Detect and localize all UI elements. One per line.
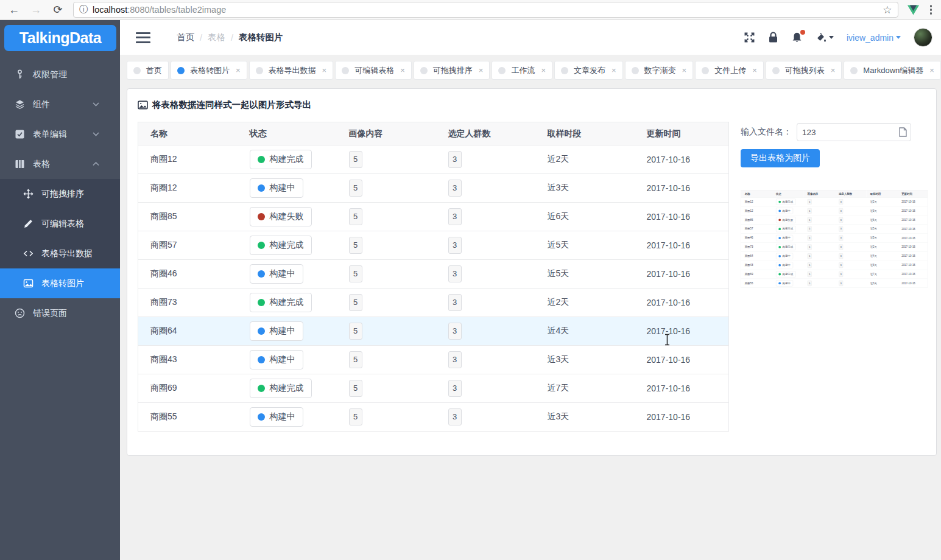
table-row[interactable]: 商圈12构建中53近3天2017-10-16 bbox=[741, 206, 928, 215]
page-tab[interactable]: 文章发布 × bbox=[554, 61, 623, 80]
status-button[interactable]: 构建完成 bbox=[776, 244, 795, 250]
table-row[interactable]: 商圈55构建中53近3天2017-10-16 bbox=[741, 279, 928, 288]
people-count-button[interactable]: 3 bbox=[839, 253, 843, 259]
sidebar-item-tables[interactable]: 表格 bbox=[0, 149, 120, 179]
portrait-count-button[interactable]: 5 bbox=[808, 217, 812, 223]
table-row[interactable]: 商圈57构建完成53近5天2017-10-16 bbox=[138, 231, 729, 260]
status-button[interactable]: 构建中 bbox=[250, 407, 303, 427]
app-logo[interactable]: TalkingData bbox=[4, 25, 116, 51]
browser-back-icon[interactable]: ← bbox=[7, 4, 21, 15]
sidebar-toggle-icon[interactable] bbox=[136, 32, 150, 43]
tab-close-icon[interactable]: × bbox=[322, 66, 327, 75]
table-row[interactable]: 商圈73构建完成53近2天2017-10-16 bbox=[741, 242, 928, 251]
portrait-count-button[interactable]: 5 bbox=[808, 262, 812, 268]
portrait-count-button[interactable]: 5 bbox=[349, 408, 362, 425]
sidebar-item-table-export[interactable]: 表格导出数据 bbox=[0, 239, 120, 268]
user-menu[interactable]: iview_admin bbox=[847, 33, 901, 43]
table-row[interactable]: 商圈55构建中53近3天2017-10-16 bbox=[138, 403, 729, 432]
people-count-button[interactable]: 3 bbox=[839, 244, 843, 250]
vue-devtools-icon[interactable] bbox=[907, 4, 920, 16]
table-row[interactable]: 商圈69构建完成53近7天2017-10-16 bbox=[741, 270, 928, 279]
portrait-count-button[interactable]: 5 bbox=[349, 180, 362, 197]
tab-close-icon[interactable]: × bbox=[611, 66, 616, 75]
portrait-count-button[interactable]: 5 bbox=[808, 226, 812, 232]
people-count-button[interactable]: 3 bbox=[839, 271, 843, 277]
tab-close-icon[interactable]: × bbox=[236, 66, 241, 75]
table-row[interactable]: 商圈46构建中53近5天2017-10-16 bbox=[741, 234, 928, 243]
status-button[interactable]: 构建完成 bbox=[250, 293, 312, 312]
tab-close-icon[interactable]: × bbox=[541, 66, 546, 75]
people-count-button[interactable]: 3 bbox=[448, 294, 462, 311]
table-row[interactable]: 商圈43构建中53近3天2017-10-16 bbox=[138, 346, 729, 374]
page-tab[interactable]: 表格转图片 × bbox=[171, 61, 247, 80]
sidebar-item-table2image[interactable]: 表格转图片 bbox=[0, 268, 120, 298]
export-table-button[interactable]: 导出表格为图片 bbox=[741, 149, 820, 167]
people-count-button[interactable]: 3 bbox=[448, 237, 462, 254]
table-row[interactable]: 商圈85构建失败53近6天2017-10-16 bbox=[741, 215, 928, 225]
page-tab[interactable]: 表格导出数据 × bbox=[249, 61, 334, 80]
sidebar-item-permissions[interactable]: 权限管理 bbox=[0, 60, 120, 89]
status-button[interactable]: 构建失败 bbox=[776, 217, 795, 223]
sidebar-item-drag-sort[interactable]: 可拖拽排序 bbox=[0, 179, 120, 209]
people-count-button[interactable]: 3 bbox=[448, 408, 462, 425]
portrait-count-button[interactable]: 5 bbox=[349, 265, 362, 282]
people-count-button[interactable]: 3 bbox=[448, 180, 462, 197]
page-tab[interactable]: 数字渐变 × bbox=[625, 61, 694, 80]
theme-icon[interactable] bbox=[816, 32, 834, 43]
browser-menu-icon[interactable] bbox=[928, 3, 934, 16]
status-button[interactable]: 构建完成 bbox=[776, 271, 795, 277]
table-row[interactable]: 商圈12构建中53近3天2017-10-16 bbox=[138, 174, 729, 203]
browser-forward-icon[interactable]: → bbox=[29, 4, 43, 15]
people-count-button[interactable]: 3 bbox=[839, 208, 843, 214]
people-count-button[interactable]: 3 bbox=[839, 226, 843, 232]
breadcrumb-tables[interactable]: 表格 bbox=[208, 32, 225, 43]
status-button[interactable]: 构建完成 bbox=[250, 236, 312, 255]
page-tab[interactable]: 可编辑表格 × bbox=[335, 61, 412, 80]
status-button[interactable]: 构建完成 bbox=[250, 379, 312, 398]
portrait-count-button[interactable]: 5 bbox=[808, 236, 812, 241]
status-button[interactable]: 构建完成 bbox=[776, 226, 795, 232]
portrait-count-button[interactable]: 5 bbox=[349, 323, 362, 340]
fullscreen-icon[interactable] bbox=[744, 32, 755, 43]
table-row[interactable]: 商圈73构建完成53近2天2017-10-16 bbox=[138, 289, 729, 317]
status-button[interactable]: 构建中 bbox=[776, 262, 793, 268]
bookmark-star-icon[interactable]: ☆ bbox=[883, 4, 892, 16]
bell-icon[interactable] bbox=[791, 32, 803, 43]
people-count-button[interactable]: 3 bbox=[839, 236, 843, 241]
status-button[interactable]: 构建完成 bbox=[776, 199, 795, 205]
status-button[interactable]: 构建中 bbox=[776, 253, 793, 259]
sidebar-item-editable-table[interactable]: 可编辑表格 bbox=[0, 209, 120, 239]
page-tab[interactable]: 可拖拽列表 × bbox=[766, 61, 842, 80]
portrait-count-button[interactable]: 5 bbox=[808, 208, 812, 214]
people-count-button[interactable]: 3 bbox=[839, 199, 843, 205]
people-count-button[interactable]: 3 bbox=[448, 380, 462, 397]
table-row[interactable]: 商圈64构建中53近4天2017-10-16 bbox=[138, 317, 729, 346]
breadcrumb-home[interactable]: 首页 bbox=[177, 32, 194, 43]
tab-close-icon[interactable]: × bbox=[479, 66, 484, 75]
portrait-count-button[interactable]: 5 bbox=[349, 237, 362, 254]
portrait-count-button[interactable]: 5 bbox=[349, 208, 362, 225]
portrait-count-button[interactable]: 5 bbox=[808, 199, 812, 205]
portrait-count-button[interactable]: 5 bbox=[808, 253, 812, 259]
tab-close-icon[interactable]: × bbox=[682, 66, 687, 75]
page-tab[interactable]: 文件上传 × bbox=[695, 61, 764, 80]
filename-input[interactable] bbox=[797, 123, 911, 141]
sidebar-item-components[interactable]: 组件 bbox=[0, 89, 120, 119]
people-count-button[interactable]: 3 bbox=[448, 323, 462, 340]
status-button[interactable]: 构建失败 bbox=[250, 207, 312, 226]
status-button[interactable]: 构建中 bbox=[250, 350, 303, 369]
tab-close-icon[interactable]: × bbox=[929, 66, 934, 75]
status-button[interactable]: 构建中 bbox=[250, 264, 303, 284]
status-button[interactable]: 构建中 bbox=[250, 178, 303, 198]
page-info-icon[interactable]: ⓘ bbox=[79, 4, 88, 15]
tab-close-icon[interactable]: × bbox=[400, 66, 405, 75]
portrait-count-button[interactable]: 5 bbox=[808, 244, 812, 250]
avatar[interactable] bbox=[914, 28, 932, 47]
portrait-count-button[interactable]: 5 bbox=[349, 151, 362, 168]
people-count-button[interactable]: 3 bbox=[839, 217, 843, 223]
lock-icon[interactable] bbox=[768, 32, 778, 43]
status-button[interactable]: 构建中 bbox=[776, 208, 793, 214]
people-count-button[interactable]: 3 bbox=[839, 281, 843, 286]
page-tab[interactable]: Markdown编辑器 × bbox=[844, 61, 941, 80]
browser-reload-icon[interactable]: ⟳ bbox=[51, 4, 65, 15]
